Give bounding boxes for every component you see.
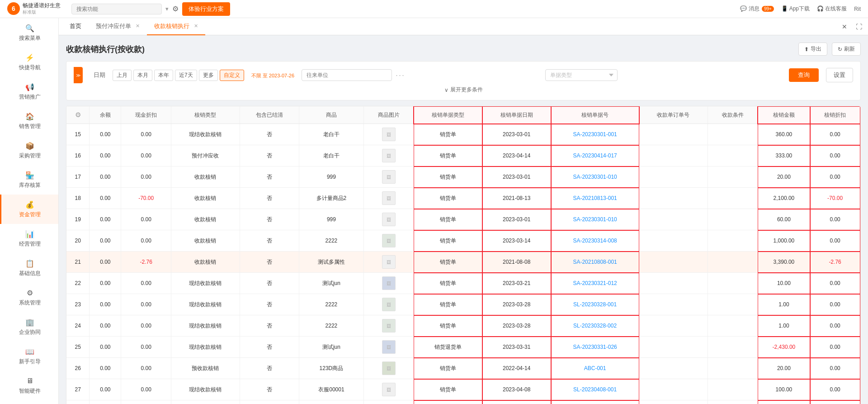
- cell-receipt-no[interactable]: SL-20230328-002: [551, 315, 639, 337]
- gear-icon[interactable]: ⚙: [75, 111, 81, 119]
- sidebar: 🔍 搜索菜单⚡ 快捷导航📢 营销推广🏠 销售管理📦 采购管理🏪 库存核算💰 资金…: [0, 18, 59, 404]
- tab-receipts[interactable]: 收款核销执行 ✕: [147, 18, 205, 35]
- cell-receipt-no[interactable]: SA-20210808-001: [551, 252, 639, 273]
- sidebar-item-marketing[interactable]: 📢 营销推广: [0, 77, 58, 106]
- partner-input[interactable]: [302, 69, 392, 81]
- receipt-no-link[interactable]: ABC-001: [584, 365, 606, 371]
- receipt-no-link[interactable]: SA-20210813-001: [573, 195, 617, 201]
- sales-icon: 🏠: [25, 112, 34, 121]
- sidebar-item-finance[interactable]: 💰 资金管理: [0, 195, 58, 224]
- cell-verify-amount: 1,000.00: [758, 230, 810, 252]
- search-input[interactable]: [71, 4, 162, 14]
- date-btn-7days[interactable]: 近7天: [175, 70, 197, 81]
- col-receipt-no: 核销单据号: [551, 106, 639, 124]
- cell-receipt-no[interactable]: SL-20230418-001: [551, 400, 639, 404]
- industry-solution-button[interactable]: 体验行业方案: [182, 2, 230, 16]
- cell-goods-img: 🖼: [363, 145, 414, 166]
- receipt-no-link[interactable]: SA-20230314-008: [573, 238, 617, 244]
- sidebar-item-search[interactable]: 🔍 搜索菜单: [0, 18, 58, 48]
- doc-type-select[interactable]: 单据类型: [545, 69, 618, 81]
- cell-verify-amount: 2,100.00: [758, 188, 810, 209]
- receipt-no-link[interactable]: SA-20230301-010: [573, 174, 617, 180]
- cell-receipt-date: 2023-03-28: [482, 294, 551, 315]
- cell-receipt-no[interactable]: SA-20230314-008: [551, 230, 639, 252]
- sidebar-item-inventory[interactable]: 🏪 库存核算: [0, 165, 58, 195]
- cell-goods-img: 🖼: [363, 124, 414, 145]
- cell-include-settled: 否: [240, 188, 299, 209]
- cell-receipt-no[interactable]: SL-20230328-001: [551, 294, 639, 315]
- sidebar-item-quick-nav[interactable]: ⚡ 快捷导航: [0, 48, 58, 77]
- cell-payment-condition: [708, 124, 758, 145]
- maximize-window-button[interactable]: ⛶: [854, 21, 864, 32]
- date-btn-last-month[interactable]: 上月: [113, 70, 132, 81]
- cell-cash-discount: 0.00: [121, 230, 171, 252]
- sidebar-item-system[interactable]: ⚙ 系统管理: [0, 283, 58, 312]
- cell-receipt-date: 2021-08-08: [482, 252, 551, 273]
- table-row: 26 0.00 0.00 预收款核销 否 123D商品 🖼 销货单 2022-0…: [66, 358, 860, 379]
- cell-receipt-date: 2023-03-01: [482, 209, 551, 230]
- expand-more-button[interactable]: ∨ 展开更多条件: [74, 83, 853, 95]
- message-button[interactable]: 💬 消息 99+: [740, 5, 774, 13]
- receipt-no-link[interactable]: SA-20230301-010: [573, 216, 617, 223]
- sidebar-item-operations[interactable]: 📊 经营管理: [0, 224, 58, 253]
- receipt-no-link[interactable]: SL-20230408-001: [573, 386, 617, 393]
- setting-button[interactable]: 设置: [826, 68, 853, 82]
- filter-toggle-button[interactable]: ≫: [74, 67, 83, 83]
- sidebar-item-sales[interactable]: 🏠 销售管理: [0, 106, 58, 136]
- cell-receipt-no[interactable]: SA-20230331-026: [551, 337, 639, 358]
- cell-verify-type: 预收款核销: [171, 358, 240, 379]
- sidebar-label-system: 系统管理: [19, 299, 41, 307]
- sidebar-item-hardware[interactable]: 🖥 智能硬件: [0, 371, 58, 400]
- tab-prepay[interactable]: 预付冲应付单 ✕: [89, 18, 147, 35]
- cell-receipt-no[interactable]: SA-20230414-017: [551, 145, 639, 166]
- sidebar-item-guide[interactable]: 📖 新手引导: [0, 342, 58, 371]
- receipt-no-link[interactable]: SA-20230321-012: [573, 280, 617, 286]
- date-btn-this-month[interactable]: 本月: [133, 70, 152, 81]
- receipt-no-link[interactable]: SL-20230328-001: [573, 301, 617, 308]
- cell-receipt-no[interactable]: SA-20230301-001: [551, 124, 639, 145]
- date-buttons: 上月 本月 本年 近7天 更多 自定义: [113, 70, 244, 81]
- sidebar-label-quick-nav: 快捷导航: [19, 64, 41, 71]
- app-download-button[interactable]: 📱 App下载: [781, 5, 810, 13]
- cell-receipt-no[interactable]: ABC-001: [551, 358, 639, 379]
- col-receipt-type: 核销单据类型: [414, 106, 482, 124]
- receipt-no-link[interactable]: SA-20230414-017: [573, 152, 617, 159]
- online-service-button[interactable]: 🎧 在线客服: [817, 5, 847, 13]
- date-btn-this-year[interactable]: 本年: [154, 70, 173, 81]
- tab-home[interactable]: 首页: [62, 18, 89, 35]
- cell-receipt-no[interactable]: SA-20210813-001: [551, 188, 639, 209]
- close-window-button[interactable]: ✕: [839, 21, 850, 32]
- receipts-tab-close[interactable]: ✕: [194, 23, 198, 29]
- receipt-no-link[interactable]: SA-20210808-001: [573, 259, 617, 265]
- settings-icon[interactable]: ⚙: [172, 5, 179, 13]
- cell-verify-type: 现结收款核销: [171, 379, 240, 400]
- cell-balance: 0.00: [90, 337, 121, 358]
- cell-receipt-no[interactable]: SA-20230321-012: [551, 273, 639, 294]
- table-row: 18 0.00 -70.00 收款核销 否 多计量商品2 🖼 销货单 2021-…: [66, 188, 860, 209]
- sidebar-item-enterprise[interactable]: 🏢 企业协同: [0, 312, 58, 342]
- cell-verify-type: 收款核销: [171, 188, 240, 209]
- date-btn-more[interactable]: 更多: [199, 70, 218, 81]
- prepay-tab-close[interactable]: ✕: [136, 23, 140, 29]
- cell-goods-img: 🖼: [363, 379, 414, 400]
- cell-receipt-no[interactable]: SL-20230408-001: [551, 379, 639, 400]
- dropdown-arrow-icon[interactable]: ▾: [165, 5, 169, 12]
- receipt-no-link[interactable]: SA-20230331-026: [573, 344, 617, 350]
- refresh-button[interactable]: ↻ 刷新: [832, 43, 861, 56]
- export-button[interactable]: ⬆ 导出: [798, 43, 827, 56]
- sidebar-item-basic[interactable]: 📋 基础信息: [0, 253, 58, 283]
- cell-receipt-no[interactable]: SA-20230301-010: [551, 166, 639, 188]
- cell-receipt-date: 2023-04-14: [482, 145, 551, 166]
- table-row: 20 0.00 0.00 收款核销 否 2222 🖼 销货单 2023-03-1…: [66, 230, 860, 252]
- cell-receipt-no[interactable]: SA-20230301-010: [551, 209, 639, 230]
- receipt-no-link[interactable]: SA-20230301-001: [573, 131, 617, 138]
- date-btn-custom[interactable]: 自定义: [220, 70, 244, 81]
- table-row: 22 0.00 0.00 现结收款核销 否 测试jun 🖼 销货单 2023-0…: [66, 273, 860, 294]
- sidebar-item-wechat[interactable]: 💬 企业微信: [0, 400, 58, 404]
- cell-payment-order-no: [639, 294, 708, 315]
- sidebar-item-purchase[interactable]: 📦 采购管理: [0, 136, 58, 165]
- cell-verify-amount: 333.00: [758, 145, 810, 166]
- query-button[interactable]: 查询: [789, 68, 819, 82]
- receipt-no-link[interactable]: SL-20230328-002: [573, 323, 617, 329]
- cell-payment-condition: [708, 315, 758, 337]
